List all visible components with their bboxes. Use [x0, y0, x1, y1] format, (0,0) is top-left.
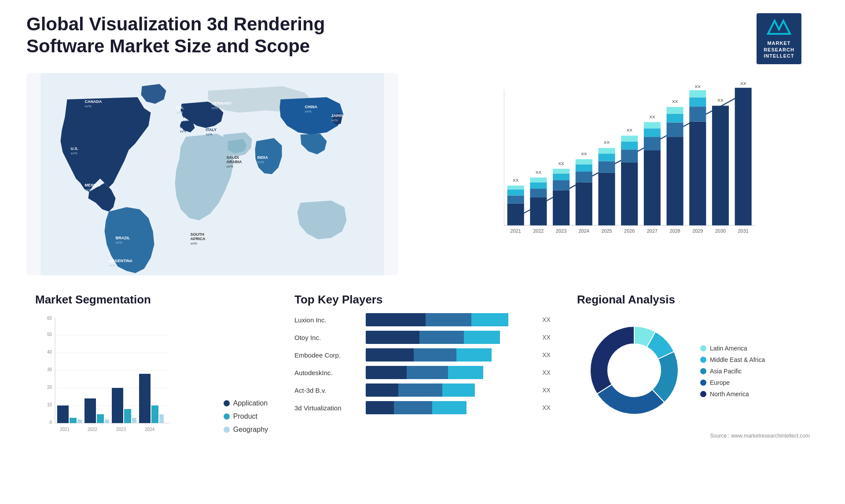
- svg-text:U.K.: U.K.: [176, 106, 184, 110]
- player-row: AutodeskInc.XX: [294, 366, 551, 379]
- regional-dot: [700, 380, 706, 386]
- bar-chart-svg: XX XX XX XX: [438, 82, 810, 253]
- regional-legend-item: Europe: [700, 379, 765, 386]
- svg-rect-120: [132, 418, 136, 423]
- legend-dot-application: [224, 400, 230, 406]
- svg-text:ARABIA: ARABIA: [227, 160, 242, 164]
- svg-rect-43: [530, 197, 547, 225]
- svg-text:2021: 2021: [60, 427, 70, 432]
- svg-text:XX: XX: [627, 128, 633, 133]
- svg-rect-64: [621, 150, 638, 162]
- regional-title: Regional Analysis: [577, 293, 810, 307]
- svg-text:40: 40: [47, 350, 52, 354]
- regional-label: Middle East & Africa: [710, 356, 765, 363]
- svg-rect-66: [621, 136, 638, 142]
- svg-text:50: 50: [47, 332, 52, 337]
- logo-box: MARKET RESEARCH INTELLECT: [757, 13, 801, 64]
- regional-legend-item: Asia Pacific: [700, 368, 765, 375]
- legend-dot-product: [224, 413, 230, 420]
- bottom-row: Market Segmentation 0 10 20 30 40 50: [26, 289, 819, 456]
- world-map-svg: CANADA xx% U.S. xx% MEXICO xx% BRAZIL xx…: [26, 73, 398, 275]
- svg-text:FRANCE: FRANCE: [183, 114, 200, 119]
- bar-chart-section: XX XX XX XX: [411, 73, 819, 275]
- seg-chart-area: 0 10 20 30 40 50 60: [35, 313, 268, 447]
- regional-label: North America: [710, 391, 749, 398]
- source-text: Source : www.marketresearchintellect.com: [577, 433, 810, 439]
- page-title: Global Visualization 3d Rendering Softwa…: [26, 13, 378, 58]
- player-bar-container: [366, 401, 533, 414]
- svg-text:AFRICA: AFRICA: [191, 237, 206, 241]
- svg-rect-48: [553, 190, 569, 226]
- seg-chart-svg: 0 10 20 30 40 50 60: [35, 313, 176, 445]
- player-row: Embodee Corp.XX: [294, 348, 551, 362]
- svg-text:SOUTH: SOUTH: [191, 232, 205, 237]
- legend-label-geography: Geography: [233, 426, 268, 434]
- seg-chart: 0 10 20 30 40 50 60: [35, 313, 215, 447]
- svg-text:xx%: xx%: [85, 104, 92, 108]
- svg-text:2023: 2023: [116, 427, 126, 432]
- map-section: CANADA xx% U.S. xx% MEXICO xx% BRAZIL xx…: [26, 73, 398, 275]
- svg-text:2023: 2023: [556, 228, 566, 234]
- svg-text:JAPAN: JAPAN: [331, 113, 345, 118]
- svg-rect-56: [576, 159, 592, 164]
- player-name: AutodeskInc.: [294, 369, 360, 376]
- svg-text:CHINA: CHINA: [305, 105, 318, 109]
- svg-text:SPAIN: SPAIN: [180, 124, 192, 129]
- svg-text:XX: XX: [695, 84, 701, 89]
- logo-text-line3: INTELLECT: [764, 53, 794, 59]
- svg-text:INDIA: INDIA: [257, 155, 268, 160]
- player-row: Otoy Inc.XX: [294, 331, 551, 344]
- svg-rect-114: [77, 420, 82, 423]
- svg-text:XX: XX: [740, 82, 746, 86]
- svg-text:2031: 2031: [738, 228, 749, 234]
- donut-area: Latin AmericaMiddle East & AfricaAsia Pa…: [577, 313, 810, 429]
- svg-text:2026: 2026: [624, 228, 635, 234]
- player-name: 3d Virtualization: [294, 404, 360, 412]
- svg-rect-59: [598, 161, 615, 173]
- svg-text:60: 60: [47, 316, 52, 321]
- player-bar-container: [366, 366, 533, 379]
- svg-rect-119: [124, 409, 131, 423]
- players-title: Top Key Players: [294, 293, 551, 307]
- svg-text:xx%: xx%: [176, 110, 183, 114]
- svg-text:xx%: xx%: [227, 164, 233, 168]
- svg-rect-80: [689, 98, 706, 107]
- svg-text:CANADA: CANADA: [85, 99, 102, 104]
- regional-dot: [700, 368, 706, 374]
- svg-rect-65: [621, 142, 638, 150]
- legend-product: Product: [224, 413, 268, 420]
- player-bar: [366, 348, 533, 362]
- svg-rect-60: [598, 154, 615, 161]
- legend-geography: Geography: [224, 426, 268, 434]
- player-xx-label: XX: [542, 404, 551, 411]
- regional-legend: Latin AmericaMiddle East & AfricaAsia Pa…: [700, 345, 765, 398]
- player-bar-container: [366, 313, 533, 326]
- svg-text:xx%: xx%: [116, 241, 122, 245]
- player-row: Act-3d B.v.XX: [294, 383, 551, 397]
- svg-text:30: 30: [47, 367, 52, 372]
- svg-text:2021: 2021: [511, 228, 521, 234]
- svg-rect-69: [644, 137, 661, 150]
- svg-text:2029: 2029: [692, 228, 703, 234]
- svg-text:GERMANY: GERMANY: [212, 101, 232, 106]
- svg-rect-71: [644, 122, 661, 129]
- svg-text:2024: 2024: [145, 427, 155, 432]
- svg-text:2025: 2025: [601, 228, 612, 234]
- svg-rect-68: [644, 150, 661, 226]
- legend-label-application: Application: [233, 399, 268, 407]
- player-xx-label: XX: [542, 351, 551, 358]
- player-bar: [366, 366, 533, 379]
- svg-rect-75: [667, 114, 683, 123]
- svg-text:xx%: xx%: [206, 132, 213, 136]
- svg-text:XX: XX: [558, 161, 564, 166]
- svg-text:2030: 2030: [715, 228, 726, 234]
- logo-area: MARKET RESEARCH INTELLECT: [739, 13, 819, 64]
- svg-text:XX: XX: [604, 140, 610, 145]
- player-xx-label: XX: [542, 334, 551, 341]
- legend-label-product: Product: [233, 413, 257, 420]
- svg-rect-40: [507, 190, 524, 196]
- logo-text-line1: MARKET: [764, 40, 794, 46]
- player-xx-label: XX: [542, 369, 551, 376]
- legend-application: Application: [224, 399, 268, 407]
- svg-rect-58: [598, 173, 615, 226]
